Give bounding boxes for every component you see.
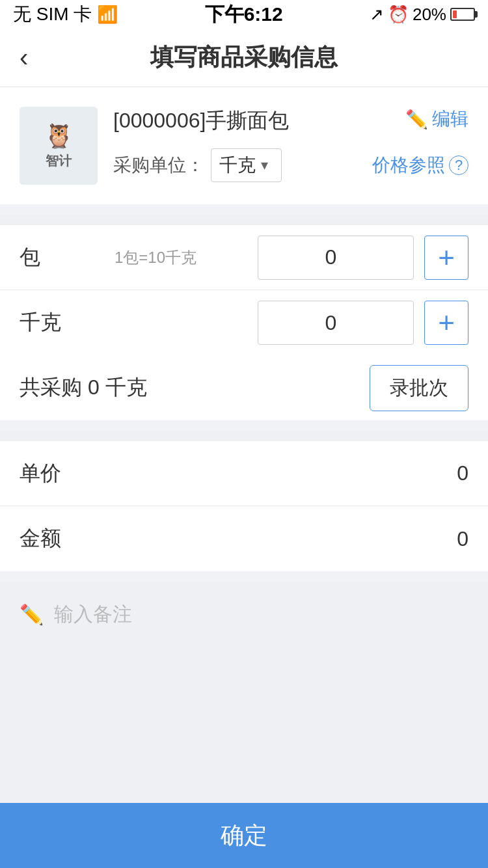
amount-value: 0	[457, 527, 468, 551]
edit-button[interactable]: ✏️ 编辑	[405, 107, 468, 131]
kg-quantity-input[interactable]	[258, 301, 414, 345]
edit-icon: ✏️	[405, 109, 428, 130]
confirm-button[interactable]: 确定	[0, 803, 488, 868]
status-right: ↗ ⏰ 20%	[370, 5, 475, 25]
unit-price-row: 单价 0	[0, 441, 488, 506]
kg-input-wrap: +	[111, 301, 468, 345]
remark-section[interactable]: ✏️ 输入备注	[0, 582, 488, 647]
unit-price-label: 单价	[20, 459, 61, 488]
price-ref-button[interactable]: 价格参照 ?	[372, 153, 468, 178]
price-ref-label: 价格参照	[372, 153, 445, 178]
direction-icon: ↗	[370, 5, 384, 25]
info-section: 单价 0 金额 0	[0, 441, 488, 571]
status-bar: 无 SIM 卡 📶 下午6:12 ↗ ⏰ 20%	[0, 0, 488, 29]
bag-sublabel: 1包=10千克	[115, 247, 197, 268]
amount-row: 金额 0	[0, 506, 488, 571]
bag-input-wrap: +	[197, 236, 468, 280]
purchase-unit-label: 采购单位：	[113, 153, 204, 178]
input-section: 包 1包=10千克 + 千克 +	[0, 225, 488, 355]
purchase-unit-row: 采购单位： 千克 ▾ 价格参照 ?	[113, 148, 468, 182]
question-icon: ?	[449, 156, 468, 175]
divider-top	[0, 215, 488, 225]
unit-value: 千克	[219, 153, 256, 178]
bag-plus-button[interactable]: +	[424, 236, 468, 280]
wifi-icon: 📶	[97, 5, 118, 25]
edit-label: 编辑	[432, 107, 468, 131]
product-name-row: [0000006]手撕面包 ✏️ 编辑	[113, 107, 468, 135]
kg-label: 千克	[20, 308, 111, 337]
nav-bar: ‹ 填写商品采购信息	[0, 29, 488, 87]
amount-label: 金额	[20, 524, 61, 553]
summary-section: 共采购 0 千克 录批次	[0, 355, 488, 420]
batch-button[interactable]: 录批次	[370, 365, 468, 411]
page-title: 填写商品采购信息	[150, 42, 338, 74]
brand-text: 智计	[46, 152, 72, 170]
status-left: 无 SIM 卡 📶	[13, 2, 118, 27]
product-info: [0000006]手撕面包 ✏️ 编辑 采购单位： 千克 ▾ 价格参照 ?	[113, 107, 468, 182]
bag-quantity-input[interactable]	[258, 236, 414, 280]
brand-owl-icon: 🦉	[44, 122, 74, 150]
unit-price-value: 0	[457, 461, 468, 485]
summary-text: 共采购 0 千克	[20, 373, 147, 402]
kg-input-row: 千克 +	[0, 290, 488, 355]
kg-plus-button[interactable]: +	[424, 301, 468, 345]
product-thumbnail: 🦉 智计	[20, 107, 98, 185]
unit-select[interactable]: 千克 ▾	[211, 148, 282, 182]
back-button[interactable]: ‹	[20, 43, 28, 72]
pencil-icon: ✏️	[20, 603, 44, 626]
bag-input-row: 包 1包=10千克 +	[0, 225, 488, 290]
no-sim-label: 无 SIM 卡	[13, 2, 92, 27]
alarm-icon: ⏰	[388, 5, 409, 25]
battery-icon	[450, 8, 475, 21]
product-name: [0000006]手撕面包	[113, 107, 289, 135]
battery-percent: 20%	[413, 5, 446, 25]
divider-middle	[0, 431, 488, 441]
product-card: 🦉 智计 [0000006]手撕面包 ✏️ 编辑 采购单位： 千克 ▾ 价格参照…	[0, 87, 488, 204]
status-time: 下午6:12	[205, 1, 283, 28]
remark-placeholder: 输入备注	[54, 601, 132, 628]
chevron-down-icon: ▾	[261, 157, 268, 174]
bag-label: 包	[20, 243, 111, 272]
